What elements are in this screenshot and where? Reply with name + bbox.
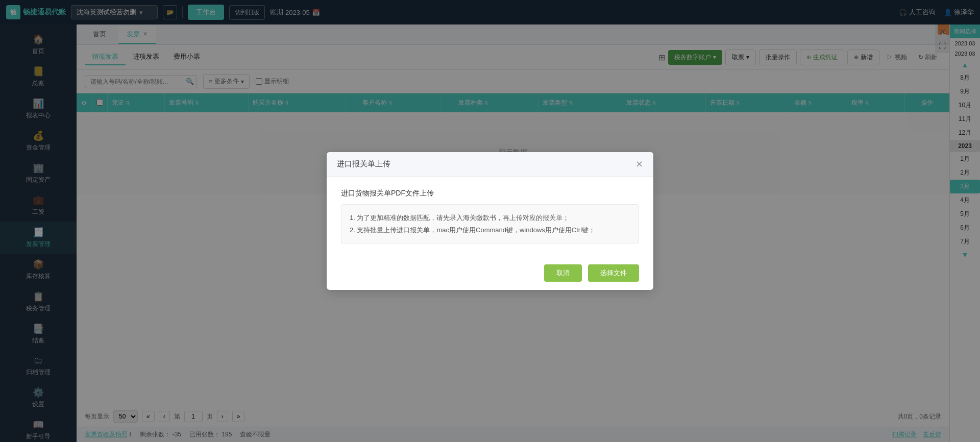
- dialog-cancel-button[interactable]: 取消: [544, 264, 582, 282]
- dialog-header: 进口报关单上传 ✕: [327, 152, 653, 177]
- dialog-select-file-button[interactable]: 选择文件: [588, 264, 639, 282]
- dialog-title: 进口报关单上传: [337, 159, 390, 169]
- notice-item-1: 1. 为了更加精准的数据匹配，请先录入海关缴款书，再上传对应的报关单；: [350, 212, 630, 224]
- import-customs-dialog: 进口报关单上传 ✕ 进口货物报关单PDF文件上传 1. 为了更加精准的数据匹配，…: [327, 152, 653, 290]
- dialog-notice: 1. 为了更加精准的数据匹配，请先录入海关缴款书，再上传对应的报关单； 2. 支…: [341, 204, 639, 243]
- notice-item-2: 2. 支持批量上传进口报关单，mac用户使用Command键，windows用户…: [350, 224, 630, 236]
- dialog-footer: 取消 选择文件: [327, 256, 653, 290]
- dialog-body: 进口货物报关单PDF文件上传 1. 为了更加精准的数据匹配，请先录入海关缴款书，…: [327, 177, 653, 256]
- dialog-section-title: 进口货物报关单PDF文件上传: [341, 189, 639, 198]
- dialog-close-button[interactable]: ✕: [635, 160, 643, 169]
- dialog-overlay[interactable]: 进口报关单上传 ✕ 进口货物报关单PDF文件上传 1. 为了更加精准的数据匹配，…: [0, 0, 980, 442]
